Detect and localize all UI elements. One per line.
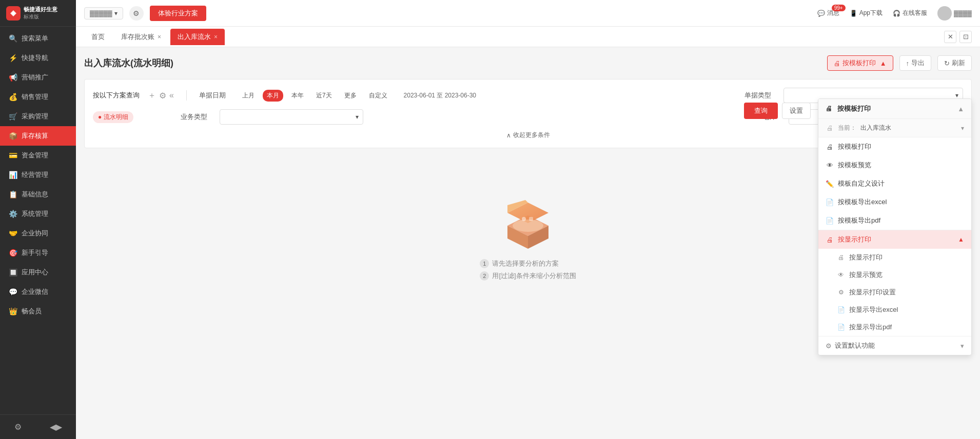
expand-tabs-btn[interactable]: ⊡ (959, 31, 972, 43)
display-section-header[interactable]: 🖨 按显示打印 ▲ (818, 230, 971, 249)
print-template-btn[interactable]: 🖨 按模板打印 ▲ (827, 55, 893, 71)
display-print-settings-item[interactable]: ⚙ 按显示打印设置 (818, 284, 971, 301)
collapse-more-btn[interactable]: ∧ 收起更多条件 (506, 131, 550, 139)
date-btn-this-year[interactable]: 本年 (287, 90, 308, 102)
user-selector[interactable]: ▓▓▓▓▓ ▾ (84, 7, 123, 19)
print-dropdown-arrow: ▲ (880, 59, 887, 67)
collapse-sidebar-btn[interactable]: ◀▶ (47, 419, 65, 435)
date-btn-last-month[interactable]: 上月 (238, 90, 259, 102)
display-export-excel-item[interactable]: 📄 按显示导出excel (818, 301, 971, 318)
filter-tag-label: 流水明细 (104, 113, 128, 122)
online-service-btn[interactable]: 🎧 在线客服 (893, 9, 927, 17)
footer-icon: ⚙ (826, 342, 832, 350)
display-section-title: 按显示打印 (838, 235, 871, 244)
tab-inout-flow[interactable]: 出入库流水 × (170, 29, 225, 45)
query-btn[interactable]: 查询 (744, 103, 778, 119)
tab-home[interactable]: 首页 (84, 29, 112, 45)
display-print-item[interactable]: 🖨 按显示打印 (818, 249, 971, 266)
template-export-pdf-item[interactable]: 📄 按模板导出pdf (818, 211, 971, 230)
sidebar-item-marketing[interactable]: 📢 营销推广 (0, 68, 76, 87)
date-btn-this-month[interactable]: 本月 (263, 90, 283, 102)
sidebar-item-label: 基础信息 (22, 190, 48, 199)
sidebar-item-operations[interactable]: 📊 经营管理 (0, 165, 76, 185)
messages-btn[interactable]: 💬 消息 99+ (817, 9, 839, 17)
dropdown-header: 🖨 按模板打印 ▲ (818, 99, 971, 119)
template-print-item[interactable]: 🖨 按模板打印 (818, 137, 971, 156)
template-preview-icon: 👁 (826, 161, 834, 169)
sidebar-item-search[interactable]: 🔍 搜索菜单 (0, 29, 76, 48)
main-area: ▓▓▓▓▓ ▾ ⚙ 体验行业方案 💬 消息 99+ 📱 App下载 🎧 在线客服 (76, 0, 980, 439)
tab-batch-account-close[interactable]: × (158, 33, 161, 41)
display-settings-icon: ⚙ (837, 288, 845, 296)
sidebar-item-label: 企业协同 (22, 229, 48, 238)
app-download-icon: 📱 (850, 10, 857, 17)
sidebar-bottom: ⚙ ◀▶ (0, 414, 76, 439)
template-preview-item[interactable]: 👁 按模板预览 (818, 156, 971, 174)
settings-bottom-btn[interactable]: ⚙ (11, 419, 25, 435)
tabbar-actions: ✕ ⊡ (944, 31, 972, 43)
app-download-btn[interactable]: 📱 App下载 (850, 9, 883, 17)
topbar-settings-btn[interactable]: ⚙ (129, 6, 144, 21)
topbar-right: 💬 消息 99+ 📱 App下载 🎧 在线客服 ▓▓▓▓ (817, 6, 972, 21)
user-avatar-area[interactable]: ▓▓▓▓ (937, 6, 972, 21)
template-export-excel-item[interactable]: 📄 按模板导出excel (818, 193, 971, 211)
date-label: 单据日期 (199, 91, 226, 100)
sidebar-item-app-center[interactable]: 🔲 应用中心 (0, 263, 76, 282)
set-btn[interactable]: 设置 (782, 103, 811, 119)
sidebar-item-label: 企业微信 (22, 287, 48, 296)
sidebar-item-label: 销售管理 (22, 92, 48, 102)
date-btn-custom[interactable]: 自定义 (365, 90, 391, 102)
collapse-label: 收起更多条件 (513, 131, 550, 139)
export-btn[interactable]: ↑ 导出 (899, 55, 932, 71)
sidebar-item-system[interactable]: ⚙️ 系统管理 (0, 204, 76, 224)
refresh-icon: ↻ (944, 59, 950, 67)
date-btn-more[interactable]: 更多 (340, 90, 361, 102)
display-preview-item[interactable]: 👁 按显示预览 (818, 266, 971, 284)
sidebar: 畅捷通好生意 标准版 🔍 搜索菜单 ⚡ 快捷导航 📢 营销推广 💰 销售管理 🛒… (0, 0, 76, 439)
display-section-icon: 🖨 (826, 235, 834, 244)
sidebar-item-label: 快捷导航 (22, 53, 48, 63)
page-title: 出入库流水(流水明细) (84, 57, 173, 69)
biz-type-dropdown[interactable]: ▾ (220, 109, 363, 125)
close-all-tabs-btn[interactable]: ✕ (944, 31, 956, 43)
sidebar-item-quick-nav[interactable]: ⚡ 快捷导航 (0, 48, 76, 68)
wechat-icon: 💬 (8, 287, 17, 296)
app-name: 畅捷通好生意 (24, 6, 57, 13)
dropdown-up-arrow[interactable]: ▲ (957, 105, 964, 113)
sidebar-item-wechat[interactable]: 💬 企业微信 (0, 282, 76, 302)
refresh-btn[interactable]: ↻ 刷新 (937, 55, 972, 71)
guide-icon: 🎯 (8, 248, 17, 257)
sidebar-item-cooperation[interactable]: 🤝 企业协同 (0, 224, 76, 243)
display-export-pdf-item[interactable]: 📄 按显示导出pdf (818, 318, 971, 336)
svg-point-0 (12, 12, 15, 15)
tab-inout-flow-close[interactable]: × (214, 33, 218, 41)
sidebar-item-finance[interactable]: 💳 资金管理 (0, 146, 76, 165)
tab-home-label: 首页 (91, 32, 105, 42)
date-range: 2023-06-01 至 2023-06-30 (404, 91, 476, 100)
tab-batch-account[interactable]: 库存批次账 × (114, 29, 168, 45)
tip-num-1: 1 (480, 259, 489, 268)
filter-settings-btn[interactable]: ⚙ (159, 91, 166, 101)
template-design-item[interactable]: ✏️ 模板自定义设计 (818, 174, 971, 193)
app-version: 标准版 (24, 13, 57, 21)
date-btn-7days[interactable]: 近7天 (312, 90, 336, 102)
sidebar-item-guide[interactable]: 🎯 新手引导 (0, 243, 76, 263)
footer-arrow: ▾ (961, 342, 964, 350)
sidebar-item-purchase[interactable]: 🛒 采购管理 (0, 107, 76, 126)
filter-collapse-btn[interactable]: « (169, 91, 174, 100)
sidebar-item-label: 搜索菜单 (22, 34, 48, 43)
dropdown-current-item[interactable]: 🖨 当前： 出入库流水 ▾ (818, 119, 971, 137)
display-print-label: 按显示打印 (849, 253, 883, 262)
sidebar-item-label: 库存核算 (22, 131, 48, 141)
dropdown-footer[interactable]: ⚙ 设置默认功能 ▾ (818, 336, 971, 355)
sidebar-item-basic-info[interactable]: 📋 基础信息 (0, 185, 76, 204)
template-print-icon: 🖨 (826, 143, 834, 151)
sidebar-item-vip[interactable]: 👑 畅会员 (0, 302, 76, 321)
type-dropdown-arrow: ▾ (955, 92, 958, 99)
sidebar-item-sales[interactable]: 💰 销售管理 (0, 87, 76, 107)
template-export-excel-icon: 📄 (826, 198, 834, 206)
sidebar-item-inventory[interactable]: 📦 库存核算 (0, 126, 76, 146)
add-filter-btn[interactable]: ＋ (148, 90, 156, 101)
industry-btn[interactable]: 体验行业方案 (150, 6, 206, 21)
sidebar-item-label: 畅会员 (22, 307, 42, 316)
